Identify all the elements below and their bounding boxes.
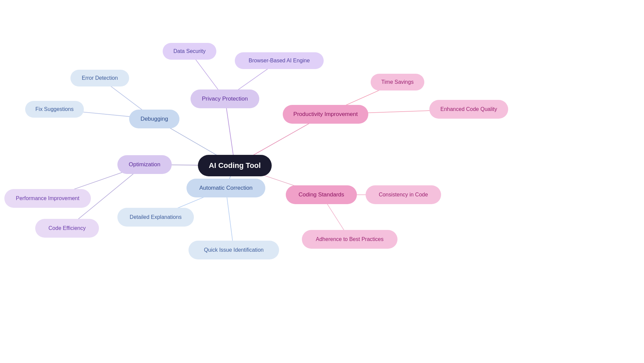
node-debugging: Debugging — [129, 110, 179, 128]
node-optimization: Optimization — [117, 155, 172, 174]
node-data-security: Data Security — [163, 43, 216, 60]
node-performance: Performance Improvement — [4, 189, 91, 208]
node-detailed-explanations: Detailed Explanations — [117, 208, 194, 227]
node-error-detection: Error Detection — [70, 70, 129, 86]
node-adherence: Adherence to Best Practices — [302, 230, 397, 249]
center-node: AI Coding Tool — [198, 155, 272, 176]
node-productivity: Productivity Improvement — [283, 105, 368, 124]
node-automatic-correction: Automatic Correction — [186, 179, 265, 197]
node-enhanced-code-quality: Enhanced Code Quality — [429, 100, 508, 119]
node-coding-standards: Coding Standards — [286, 185, 357, 204]
node-consistency: Consistency in Code — [366, 185, 441, 204]
node-time-savings: Time Savings — [371, 74, 424, 90]
node-privacy-protection: Privacy Protection — [191, 89, 259, 108]
node-quick-issue: Quick Issue Identification — [189, 241, 279, 259]
node-browser-based: Browser-Based AI Engine — [235, 52, 324, 69]
node-code-efficiency: Code Efficiency — [35, 219, 99, 238]
node-fix-suggestions: Fix Suggestions — [25, 101, 84, 118]
